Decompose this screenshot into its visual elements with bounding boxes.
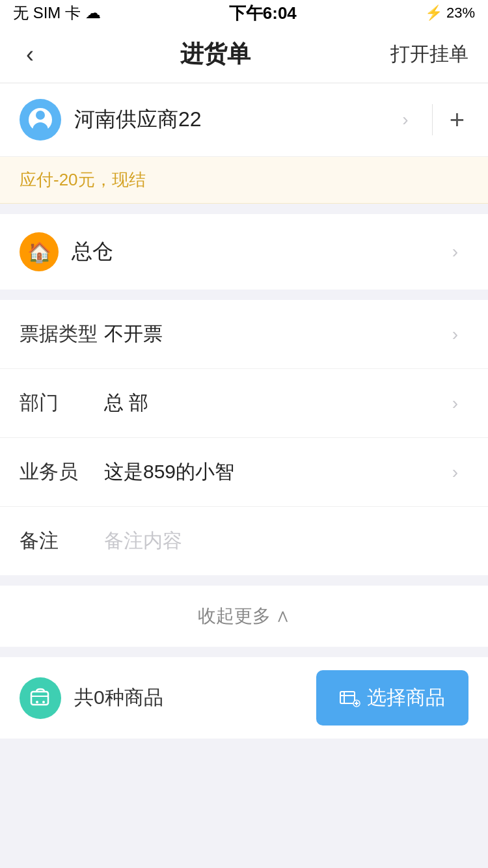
- ticket-type-label: 票据类型: [20, 321, 104, 347]
- empty-space: [0, 739, 488, 868]
- supplier-section: 河南供应商22 › + 应付-20元，现结: [0, 83, 488, 204]
- remark-label: 备注: [20, 528, 104, 554]
- product-count: 共0种商品: [74, 685, 316, 711]
- collapse-label: 收起更多 ∧: [198, 604, 291, 629]
- status-right: ⚡ 23%: [425, 5, 475, 21]
- department-chevron-icon: ›: [452, 393, 458, 414]
- sim-label: 无 SIM 卡 ☁: [13, 3, 101, 23]
- page-title: 进货单: [180, 38, 251, 70]
- back-button[interactable]: ‹: [20, 34, 40, 75]
- select-product-label: 选择商品: [367, 685, 445, 711]
- status-bar: 无 SIM 卡 ☁ 下午6:04 ⚡ 23%: [0, 0, 488, 26]
- svg-point-3: [42, 701, 45, 703]
- supplier-chevron-icon: ›: [402, 109, 408, 130]
- cart-icon: [20, 677, 61, 719]
- battery-label: 23%: [446, 5, 475, 21]
- department-label: 部门: [20, 390, 104, 416]
- ticket-type-value: 不开票: [104, 321, 452, 347]
- warehouse-icon: 🏠: [20, 232, 59, 271]
- department-value: 总 部: [104, 390, 452, 416]
- svg-point-2: [36, 701, 38, 703]
- supplier-avatar: [20, 99, 61, 141]
- warehouse-chevron-icon: ›: [452, 241, 458, 262]
- salesperson-value: 这是859的小智: [104, 459, 452, 485]
- status-left: 无 SIM 卡 ☁: [13, 3, 101, 23]
- salesperson-chevron-icon: ›: [452, 462, 458, 483]
- collapse-button[interactable]: 收起更多 ∧: [0, 586, 488, 647]
- warehouse-name: 总仓: [72, 237, 452, 266]
- warehouse-row[interactable]: 🏠 总仓 ›: [0, 214, 488, 290]
- svg-rect-0: [31, 692, 48, 705]
- main-content: 河南供应商22 › + 应付-20元，现结 🏠 总仓 › 票据类型 不开票 › …: [0, 83, 488, 868]
- open-pending-button[interactable]: 打开挂单: [390, 41, 468, 68]
- ticket-type-row[interactable]: 票据类型 不开票 ›: [0, 300, 488, 369]
- ticket-type-chevron-icon: ›: [452, 324, 458, 345]
- salesperson-row[interactable]: 业务员 这是859的小智 ›: [0, 438, 488, 507]
- warehouse-section: 🏠 总仓 ›: [0, 214, 488, 290]
- notice-banner: 应付-20元，现结: [0, 157, 488, 204]
- supplier-name: 河南供应商22: [74, 105, 402, 134]
- bottom-bar: 共0种商品 选择商品: [0, 657, 488, 739]
- divider: [432, 104, 433, 135]
- remark-input[interactable]: 备注内容: [104, 528, 468, 554]
- salesperson-label: 业务员: [20, 459, 104, 485]
- battery-icon: ⚡: [425, 5, 442, 21]
- remark-row[interactable]: 备注 备注内容: [0, 507, 488, 575]
- nav-bar: ‹ 进货单 打开挂单: [0, 26, 488, 83]
- avatar-inner: [29, 108, 52, 131]
- status-time: 下午6:04: [229, 2, 297, 25]
- select-product-button[interactable]: 选择商品: [316, 670, 468, 726]
- department-row[interactable]: 部门 总 部 ›: [0, 369, 488, 438]
- supplier-row[interactable]: 河南供应商22 › +: [0, 83, 488, 157]
- add-supplier-button[interactable]: +: [446, 105, 468, 135]
- form-section: 票据类型 不开票 › 部门 总 部 › 业务员 这是859的小智 › 备注 备注…: [0, 300, 488, 575]
- svg-rect-4: [340, 692, 355, 703]
